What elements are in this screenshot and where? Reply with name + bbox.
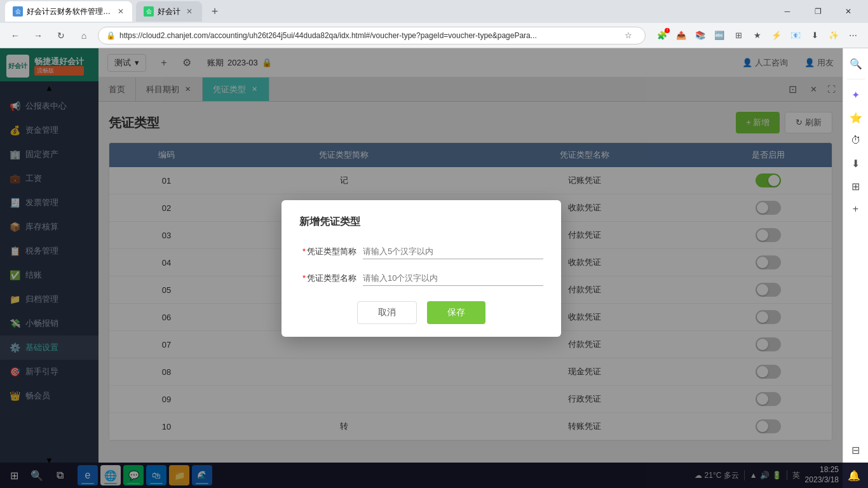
right-panel: 🔍 ✦ ⭐ ⏱ ⬇ ⊞ + ⊟ ⚙ <box>843 48 868 488</box>
abbr-input[interactable] <box>363 244 543 259</box>
bing-icon[interactable]: ⚡ <box>768 27 785 44</box>
notifications-button[interactable]: 🔔 <box>844 465 864 485</box>
extensions-icon[interactable]: 🧩 ! <box>653 27 671 44</box>
star-icon[interactable]: ☆ <box>620 27 637 44</box>
tab1-label: 好会计云财务软件管理系统_会计 <box>27 6 113 17</box>
tab1-favicon: 会 <box>13 6 23 17</box>
tab2-label: 好会计 <box>158 6 180 17</box>
address-bar-container: ← → ↻ ⌂ 🔒 https://cloud2.chanjet.com/acc… <box>0 23 868 48</box>
right-grid-button[interactable]: ⊟ <box>846 440 866 460</box>
more-icon[interactable]: ⋯ <box>844 27 862 44</box>
reload-button[interactable]: ↻ <box>52 27 70 44</box>
back-button[interactable]: ← <box>6 27 24 44</box>
tab2-favicon: 会 <box>144 6 154 17</box>
browser-tab-2[interactable]: 会 好会计 ✕ <box>136 1 202 22</box>
right-downloads-button[interactable]: ⬇ <box>846 153 866 173</box>
right-copilot-button[interactable]: ✦ <box>846 85 866 105</box>
collections-icon[interactable]: 📚 <box>691 27 709 44</box>
right-apps-button[interactable]: ⊞ <box>846 176 866 196</box>
browser-tab-bar: 会 好会计云财务软件管理系统_会计 ✕ 会 好会计 ✕ + ─ ❐ ✕ <box>0 0 868 23</box>
browser-tab-1[interactable]: 会 好会计云财务软件管理系统_会计 ✕ <box>5 1 132 22</box>
right-search-button[interactable]: 🔍 <box>846 53 866 74</box>
form-row-name: 凭证类型名称 <box>299 271 543 286</box>
modal-title: 新增凭证类型 <box>299 215 543 229</box>
download-icon[interactable]: ⬇ <box>806 27 824 44</box>
cancel-button[interactable]: 取消 <box>357 301 417 324</box>
copilot-icon[interactable]: ✨ <box>825 27 843 44</box>
security-icon: 🔒 <box>106 31 116 40</box>
right-add-button[interactable]: + <box>846 199 866 219</box>
right-collections-button[interactable]: ⭐ <box>846 107 866 128</box>
minimize-button[interactable]: ─ <box>773 1 802 22</box>
save-button[interactable]: 保存 <box>427 301 485 324</box>
add-voucher-type-modal: 新增凭证类型 凭证类型简称 凭证类型名称 取消 保存 <box>281 200 561 337</box>
tab2-close-icon[interactable]: ✕ <box>184 6 194 17</box>
home-button[interactable]: ⌂ <box>75 27 93 44</box>
modal-overlay: 新增凭证类型 凭证类型简称 凭证类型名称 取消 保存 <box>0 48 843 488</box>
outlook-icon[interactable]: 📧 <box>787 27 804 44</box>
form-row-abbr: 凭证类型简称 <box>299 244 543 259</box>
abbr-label: 凭证类型简称 <box>299 246 363 257</box>
addr-action-icons: ☆ <box>620 27 637 44</box>
restore-button[interactable]: ❐ <box>803 1 832 22</box>
browser-right-icons: 🧩 ! 📤 📚 🔤 ⊞ ★ ⚡ 📧 ⬇ ✨ ⋯ <box>653 27 862 44</box>
url-text: https://cloud2.chanjet.com/accounting/uh… <box>119 31 616 40</box>
right-history-button[interactable]: ⏱ <box>846 130 866 151</box>
name-label: 凭证类型名称 <box>299 273 363 284</box>
modal-actions: 取消 保存 <box>299 301 543 324</box>
split-icon[interactable]: ⊞ <box>729 27 747 44</box>
share-icon[interactable]: 📤 <box>672 27 690 44</box>
name-input[interactable] <box>363 271 543 286</box>
favorites-icon[interactable]: ★ <box>749 27 766 44</box>
tab1-close-icon[interactable]: ✕ <box>117 6 125 17</box>
forward-button[interactable]: → <box>29 27 47 44</box>
address-bar[interactable]: 🔒 https://cloud2.chanjet.com/accounting/… <box>98 27 646 44</box>
right-divider <box>847 79 865 79</box>
close-window-button[interactable]: ✕ <box>834 1 863 22</box>
window-controls: ─ ❐ ✕ <box>773 1 863 22</box>
profile-icon[interactable]: 🔤 <box>710 27 728 44</box>
new-tab-button[interactable]: + <box>206 3 224 20</box>
